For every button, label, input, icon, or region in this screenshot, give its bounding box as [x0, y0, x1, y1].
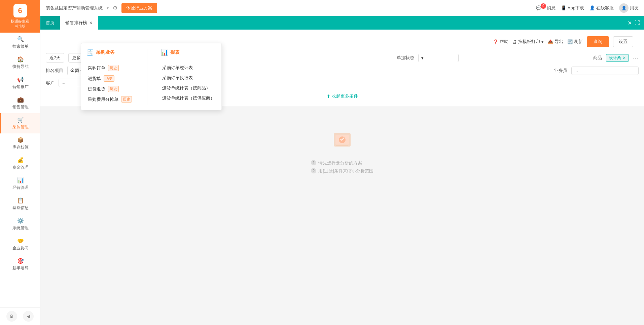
empty-illustration: [329, 126, 356, 153]
notifications-badge: 9: [541, 3, 546, 9]
sidebar-item-basic-info[interactable]: 📋 基础信息: [0, 194, 40, 214]
incoming-by-goods-item[interactable]: 进货单统计表（按商品）: [161, 83, 216, 93]
app-download-btn[interactable]: 📱 App下载: [561, 5, 584, 11]
status-select[interactable]: ▾: [418, 54, 459, 62]
print-dropdown-icon[interactable]: ▾: [541, 39, 544, 44]
purchase-order-stats-item[interactable]: 采购订单统计表: [161, 63, 216, 73]
empty-state: 1 请先选择要分析的方案 2 用[过滤]条件来缩小分析范围: [40, 106, 644, 196]
sales-rank-tab-label: 销售排行榜: [65, 20, 87, 26]
goods-tag: 设计桑 ✕: [606, 54, 629, 62]
print-btn[interactable]: 🖨 按模板打印 ▾: [512, 39, 544, 45]
sidebar-item-system[interactable]: ⚙️ 系统管理: [0, 214, 40, 234]
incoming-by-supplier-item[interactable]: 进货单统计表（按供应商）: [161, 93, 216, 103]
sidebar-item-quick-nav[interactable]: 🏠 快捷导航: [0, 53, 40, 73]
app-logo: 6 畅通好生意 标准版: [0, 0, 40, 33]
purchase-dropdown-menu: 🧾 采购业务 采购订单 历史 进货单 历史 进货退货 历史 采购费用分摊单: [81, 43, 222, 110]
finance-icon: 💰: [17, 157, 24, 163]
page-content: 🧾 采购业务 采购订单 历史 进货单 历史 进货退货 历史 采购费用分摊单: [40, 30, 644, 325]
help-icon: ❓: [493, 39, 498, 44]
inventory-icon: 📦: [17, 137, 24, 143]
tabbar: 首页 销售排行榜 ✕ ✕ ⛶: [40, 16, 644, 30]
sidebar-footer: ⚙ ◀: [0, 307, 40, 325]
date-range-7days[interactable]: 近7天: [46, 53, 64, 63]
topbar-right: 💬 9 消息 📱 App下载 👤 在线客服 👤 用友: [536, 3, 639, 13]
user-label: 用友: [630, 5, 639, 11]
system-icon: ⚙️: [17, 217, 24, 224]
collapse-sidebar-btn[interactable]: ◀: [23, 311, 34, 322]
goods-label: 商品: [593, 55, 602, 61]
settings-btn[interactable]: 设置: [613, 36, 633, 47]
close-window-icon[interactable]: ✕: [628, 20, 632, 26]
settings-footer-btn[interactable]: ⚙: [6, 311, 17, 322]
history-badge: 历史: [108, 86, 119, 92]
purchase-order-exec-item[interactable]: 采购订单执行表: [161, 73, 216, 83]
empty-tips: 1 请先选择要分析的方案 2 用[过滤]条件来缩小分析范围: [311, 160, 373, 176]
basic-info-icon: 📋: [17, 197, 24, 204]
sidebar-item-guide[interactable]: 🎯 新手引导: [0, 254, 40, 275]
export-icon: 📤: [548, 39, 553, 44]
help-btn[interactable]: ❓ 帮助: [493, 39, 508, 45]
gear-icon[interactable]: ⚙: [113, 5, 117, 11]
empty-tip-2: 2 用[过滤]条件来缩小分析范围: [311, 168, 373, 174]
collapse-icon: ⬆: [327, 94, 330, 99]
tab-home[interactable]: 首页: [40, 16, 60, 30]
customer-label: 客户: [46, 80, 55, 86]
home-tab-label: 首页: [46, 20, 55, 26]
incoming-goods-item[interactable]: 进货单 历史: [86, 73, 134, 84]
sidebar-item-search[interactable]: 🔍 搜索菜单: [0, 33, 40, 53]
user-menu-btn[interactable]: 👤 用友: [619, 3, 639, 13]
purchase-report-title: 📊 报表: [161, 49, 216, 59]
notifications-btn[interactable]: 💬 9 消息: [536, 5, 556, 11]
query-btn[interactable]: 查询: [587, 36, 609, 47]
dropdown-arrow-icon[interactable]: ▾: [107, 6, 109, 10]
rank-label: 排名项目: [46, 68, 63, 74]
logo-text: 畅通好生意: [11, 19, 29, 24]
salesperson-select-dots: ···: [574, 68, 578, 73]
online-service-btn[interactable]: 👤 在线客服: [589, 5, 614, 11]
purchase-biz-title: 🧾 采购业务: [86, 49, 134, 59]
sidebar-item-marketing[interactable]: 📢 营销推广: [0, 73, 40, 93]
phone-icon: 📱: [561, 5, 566, 10]
logo-icon: 6: [13, 4, 27, 17]
logo-sub: 标准版: [15, 24, 25, 29]
tabbar-right: ✕ ⛶: [628, 20, 644, 26]
tab-sales-rank[interactable]: 销售排行榜 ✕: [60, 16, 98, 30]
system-title: 装备及固定资产辅助管理系统: [46, 5, 103, 11]
online-service-label: 在线客服: [596, 5, 614, 11]
sidebar-item-sales[interactable]: 💼 销售管理: [0, 93, 40, 113]
sales-icon: 💼: [17, 96, 24, 103]
refresh-btn[interactable]: 🔄 刷新: [567, 39, 583, 45]
maximize-icon[interactable]: ⛶: [635, 20, 640, 26]
enterprise-icon: 🤝: [17, 238, 24, 244]
empty-tip-1: 1 请先选择要分析的方案: [311, 160, 373, 166]
status-select-arrow: ▾: [421, 55, 424, 60]
sidebar-item-operations[interactable]: 📊 经营管理: [0, 174, 40, 194]
purchase-expense-item[interactable]: 采购费用分摊单 历史: [86, 94, 134, 105]
menu-divider: [147, 49, 147, 105]
avatar: 👤: [619, 3, 629, 13]
service-icon: 👤: [589, 5, 595, 10]
notifications-label: 消息: [547, 5, 556, 11]
goods-more-btn[interactable]: ···: [633, 55, 639, 60]
tab-close-icon[interactable]: ✕: [89, 21, 93, 25]
main-content: 装备及固定资产辅助管理系统 ▾ ⚙ 体验行业方案 💬 9 消息 📱 App下载 …: [40, 0, 644, 325]
search-icon: 🔍: [17, 36, 24, 42]
purchase-icon: 🛒: [17, 117, 24, 123]
sidebar-item-inventory[interactable]: 📦 库存核算: [0, 133, 40, 154]
app-download-label: App下载: [568, 5, 584, 11]
history-badge: 历史: [108, 65, 119, 71]
sidebar-item-purchase[interactable]: 🛒 采购管理: [0, 113, 40, 133]
sidebar-menu: 🔍 搜索菜单 🏠 快捷导航 📢 营销推广 💼 销售管理 🛒 采购管理 📦 库存核…: [0, 33, 40, 307]
salesperson-select[interactable]: ···: [571, 67, 639, 75]
history-badge: 历史: [121, 96, 132, 103]
sidebar: 6 畅通好生意 标准版 🔍 搜索菜单 🏠 快捷导航 📢 营销推广 💼 销售管理 …: [0, 0, 40, 325]
sidebar-item-finance[interactable]: 💰 资金管理: [0, 154, 40, 174]
sidebar-item-enterprise[interactable]: 🤝 企业协同: [0, 234, 40, 254]
industry-btn[interactable]: 体验行业方案: [121, 3, 157, 13]
purchase-report-col: 📊 报表 采购订单统计表 采购订单执行表 进货单统计表（按商品） 进货单统计表（…: [161, 49, 216, 105]
purchase-order-item[interactable]: 采购订单 历史: [86, 63, 134, 73]
goods-tag-remove-btn[interactable]: ✕: [622, 55, 626, 60]
export-btn[interactable]: 📤 导出: [548, 39, 563, 45]
history-badge: 历史: [104, 75, 114, 82]
incoming-returns-item[interactable]: 进货退货 历史: [86, 84, 134, 94]
